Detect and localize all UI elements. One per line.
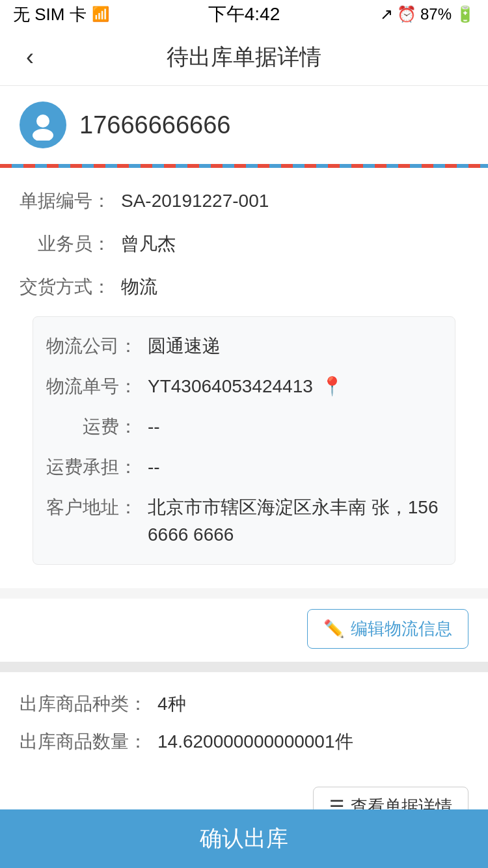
address-value: 北京市市辖区海淀区永丰南 张，156 6666 6666: [148, 494, 442, 549]
freight-value: --: [148, 413, 442, 441]
logistics-tracking-label: 物流单号：: [46, 373, 137, 400]
user-section: 17666666666: [0, 86, 488, 164]
logistics-company-label: 物流公司：: [46, 332, 137, 360]
status-bar: 无 SIM 卡 📶 下午4:42 ↗ ⏰ 87% 🔋: [0, 0, 488, 29]
svg-point-0: [36, 115, 49, 128]
staff-row: 业务员： 曾凡杰: [20, 230, 468, 258]
wifi-icon: 📶: [92, 6, 109, 23]
address-label: 客户地址：: [46, 494, 137, 521]
freight-bearer-label: 运费承担：: [46, 454, 137, 481]
delivery-label: 交货方式：: [20, 273, 111, 301]
logistics-company-row: 物流公司： 圆通速递: [46, 332, 442, 360]
user-phone: 17666666666: [79, 111, 230, 139]
doc-number-row: 单据编号： SA-20191227-001: [20, 187, 468, 215]
battery-text: 87%: [420, 5, 452, 23]
status-time: 下午4:42: [208, 2, 280, 27]
doc-number-label: 单据编号：: [20, 187, 111, 215]
status-left: 无 SIM 卡 📶: [13, 3, 109, 26]
document-info-section: 单据编号： SA-20191227-001 业务员： 曾凡杰 交货方式： 物流 …: [0, 168, 488, 588]
edit-icon: ✏️: [323, 619, 344, 639]
freight-bearer-row: 运费承担： --: [46, 454, 442, 481]
battery-icon: 🔋: [455, 5, 475, 23]
delivery-value: 物流: [121, 273, 468, 301]
goods-quantity-row: 出库商品数量： 14.620000000000001件: [20, 729, 468, 754]
alarm-icon: ⏰: [397, 5, 416, 23]
staff-value: 曾凡杰: [121, 230, 468, 258]
status-right: ↗ ⏰ 87% 🔋: [380, 5, 475, 23]
staff-label: 业务员：: [20, 230, 111, 258]
goods-type-label: 出库商品种类：: [20, 692, 147, 716]
freight-label: 运费：: [46, 413, 137, 441]
goods-type-row: 出库商品种类： 4种: [20, 692, 468, 716]
avatar-icon: [27, 109, 59, 141]
goods-quantity-label: 出库商品数量：: [20, 729, 147, 754]
goods-quantity-value: 14.620000000000001件: [157, 729, 353, 754]
main-content: 17666666666 单据编号： SA-20191227-001 业务员： 曾…: [0, 86, 488, 868]
back-button[interactable]: ‹: [20, 37, 40, 77]
doc-number-value: SA-20191227-001: [121, 187, 468, 215]
page-title: 待出库单据详情: [167, 42, 321, 72]
logistics-tracking-value: YT43064053424413 📍: [148, 373, 442, 400]
logistics-card: 物流公司： 圆通速递 物流单号： YT43064053424413 📍 运费： …: [33, 316, 455, 565]
goods-section: 出库商品种类： 4种 出库商品数量： 14.620000000000001件: [0, 672, 488, 787]
goods-type-value: 4种: [157, 692, 186, 716]
nav-bar: ‹ 待出库单据详情: [0, 29, 488, 86]
location-status-icon: ↗: [380, 5, 393, 23]
confirm-button[interactable]: 确认出库: [0, 809, 488, 868]
freight-row: 运费： --: [46, 413, 442, 441]
freight-bearer-value: --: [148, 454, 442, 481]
logistics-company-value: 圆通速递: [148, 332, 442, 360]
confirm-button-label: 确认出库: [200, 824, 288, 854]
svg-point-1: [33, 129, 53, 141]
section-separator: [0, 662, 488, 672]
address-row: 客户地址： 北京市市辖区海淀区永丰南 张，156 6666 6666: [46, 494, 442, 549]
tracking-location-icon[interactable]: 📍: [321, 373, 344, 400]
logistics-tracking-row: 物流单号： YT43064053424413 📍: [46, 373, 442, 400]
avatar: [20, 102, 66, 148]
edit-logistics-label: 编辑物流信息: [351, 617, 452, 640]
edit-btn-row: ✏️ 编辑物流信息: [0, 599, 488, 662]
delivery-row: 交货方式： 物流: [20, 273, 468, 301]
carrier-text: 无 SIM 卡: [13, 3, 87, 26]
edit-logistics-button[interactable]: ✏️ 编辑物流信息: [307, 609, 468, 649]
